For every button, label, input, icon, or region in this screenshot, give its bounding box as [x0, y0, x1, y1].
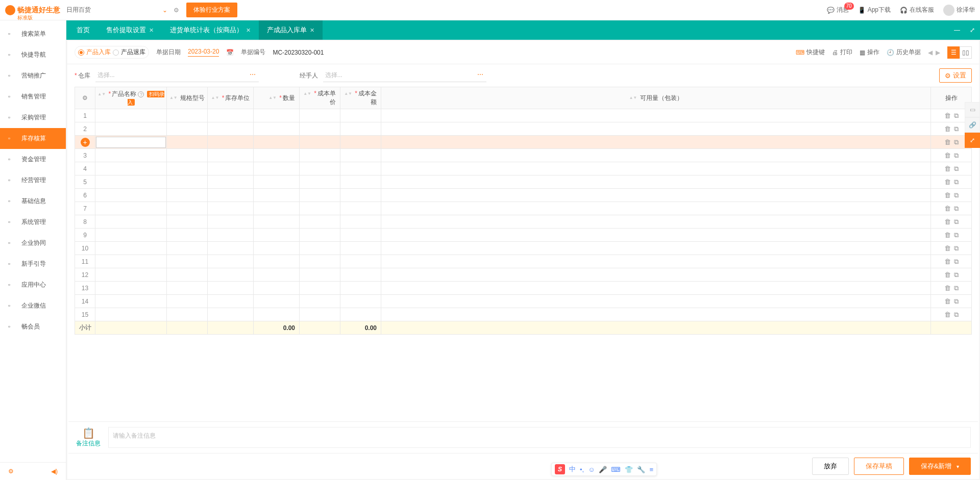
table-cell[interactable]	[95, 189, 167, 202]
table-cell[interactable]	[340, 242, 381, 255]
table-cell[interactable]	[167, 122, 208, 136]
table-cell[interactable]	[381, 149, 931, 162]
table-cell[interactable]	[340, 215, 381, 229]
table-cell[interactable]	[381, 175, 931, 189]
table-cell[interactable]	[340, 109, 381, 122]
radio-return[interactable]: 产品退库	[113, 48, 145, 57]
remark-input[interactable]: 请输入备注信息	[108, 427, 971, 448]
table-cell[interactable]	[95, 255, 167, 268]
table-cell[interactable]	[95, 215, 167, 229]
table-cell[interactable]	[208, 282, 254, 295]
close-icon[interactable]: ✕	[310, 27, 314, 34]
table-cell[interactable]	[300, 162, 340, 175]
delete-icon[interactable]: 🗑	[944, 191, 951, 199]
table-cell[interactable]	[340, 175, 381, 189]
table-cell[interactable]	[381, 162, 931, 175]
table-cell[interactable]	[340, 282, 381, 295]
tab-minimize-button[interactable]: —	[949, 20, 965, 40]
table-row[interactable]: 9🗑⧉	[75, 229, 972, 242]
table-cell[interactable]	[208, 175, 254, 189]
col-gear[interactable]: ⚙	[75, 87, 95, 109]
table-cell[interactable]	[208, 136, 254, 149]
radio-inbound[interactable]: 产品入库	[78, 48, 111, 57]
sidebar-item-1[interactable]: ▫快捷导航	[0, 44, 66, 65]
discard-button[interactable]: 放弃	[812, 458, 849, 475]
date-value[interactable]: 2023-03-20	[188, 48, 219, 57]
table-cell[interactable]	[300, 189, 340, 202]
sidebar-item-10[interactable]: ▫企业协同	[0, 233, 66, 254]
table-cell[interactable]	[208, 215, 254, 229]
table-row[interactable]: 7🗑⧉	[75, 202, 972, 215]
table-cell[interactable]	[381, 215, 931, 229]
delete-icon[interactable]: 🗑	[944, 231, 951, 239]
copy-icon[interactable]: ⧉	[954, 138, 959, 146]
view-card-button[interactable]: ▯▯	[960, 46, 972, 59]
table-cell[interactable]	[340, 162, 381, 175]
table-cell[interactable]	[300, 175, 340, 189]
tab-0[interactable]: 首页	[68, 20, 98, 40]
table-cell[interactable]	[254, 202, 300, 215]
table-cell[interactable]	[254, 229, 300, 242]
table-cell[interactable]	[95, 122, 167, 136]
table-cell[interactable]	[167, 109, 208, 122]
dock-btn-2[interactable]: 🔗	[965, 117, 980, 133]
prev-icon[interactable]: ◀	[928, 49, 933, 56]
history-button[interactable]: 🕘 历史单据	[887, 48, 921, 57]
table-cell[interactable]	[167, 255, 208, 268]
table-cell[interactable]	[300, 308, 340, 321]
table-row[interactable]: 5🗑⧉	[75, 175, 972, 189]
table-cell[interactable]	[381, 255, 931, 268]
table-cell[interactable]	[254, 109, 300, 122]
sidebar-item-2[interactable]: ▫营销推广	[0, 65, 66, 86]
table-cell[interactable]	[167, 136, 208, 149]
table-cell[interactable]	[340, 255, 381, 268]
experience-button[interactable]: 体验行业方案	[186, 3, 237, 17]
online-service-button[interactable]: 🎧 在线客服	[900, 6, 934, 14]
table-cell[interactable]	[167, 175, 208, 189]
copy-icon[interactable]: ⧉	[954, 205, 959, 212]
table-cell[interactable]	[381, 308, 931, 321]
table-cell[interactable]	[254, 149, 300, 162]
messages-button[interactable]: 💬 消息 70	[827, 6, 849, 14]
table-cell[interactable]	[381, 295, 931, 308]
sidebar-item-11[interactable]: ▫新手引导	[0, 254, 66, 274]
table-cell[interactable]	[208, 295, 254, 308]
table-cell[interactable]	[381, 229, 931, 242]
copy-icon[interactable]: ⧉	[954, 231, 959, 239]
operate-button[interactable]: ▦ 操作	[860, 48, 879, 57]
table-row[interactable]: 3🗑⧉	[75, 149, 972, 162]
table-cell[interactable]	[340, 308, 381, 321]
table-cell[interactable]	[381, 122, 931, 136]
table-cell[interactable]	[254, 242, 300, 255]
copy-icon[interactable]: ⧉	[954, 125, 959, 133]
table-row[interactable]: 10🗑⧉	[75, 242, 972, 255]
sidebar-item-9[interactable]: ▫系统管理	[0, 212, 66, 233]
table-row[interactable]: 2🗑⧉	[75, 122, 972, 136]
sidebar-item-5[interactable]: ▫库存核算	[0, 128, 66, 149]
table-cell[interactable]	[340, 202, 381, 215]
table-cell[interactable]	[381, 189, 931, 202]
table-row[interactable]: 14🗑⧉	[75, 295, 972, 308]
copy-icon[interactable]: ⧉	[954, 311, 959, 318]
table-cell[interactable]	[300, 295, 340, 308]
next-icon[interactable]: ▶	[936, 49, 940, 56]
col-price[interactable]: ▲▼ *成本单价	[300, 87, 340, 109]
col-product-name[interactable]: ▲▼ *产品名称 ? 扫码录入	[95, 87, 167, 109]
table-cell[interactable]	[254, 189, 300, 202]
copy-icon[interactable]: ⧉	[954, 284, 959, 292]
sidebar-item-8[interactable]: ▫基础信息	[0, 191, 66, 212]
copy-icon[interactable]: ⧉	[954, 297, 959, 305]
close-icon[interactable]: ✕	[149, 27, 154, 34]
sidebar-item-13[interactable]: ▫企业微信	[0, 295, 66, 316]
sidebar-item-0[interactable]: ▫搜索菜单	[0, 23, 66, 44]
copy-icon[interactable]: ⧉	[954, 165, 959, 172]
copy-icon[interactable]: ⧉	[954, 244, 959, 252]
calendar-icon[interactable]: 📅	[226, 49, 234, 56]
table-cell[interactable]	[95, 295, 167, 308]
table-row[interactable]: 15🗑⧉	[75, 308, 972, 321]
table-cell[interactable]	[208, 162, 254, 175]
table-cell[interactable]	[254, 175, 300, 189]
table-cell[interactable]	[381, 202, 931, 215]
delete-icon[interactable]: 🗑	[944, 205, 951, 212]
table-cell[interactable]	[381, 242, 931, 255]
